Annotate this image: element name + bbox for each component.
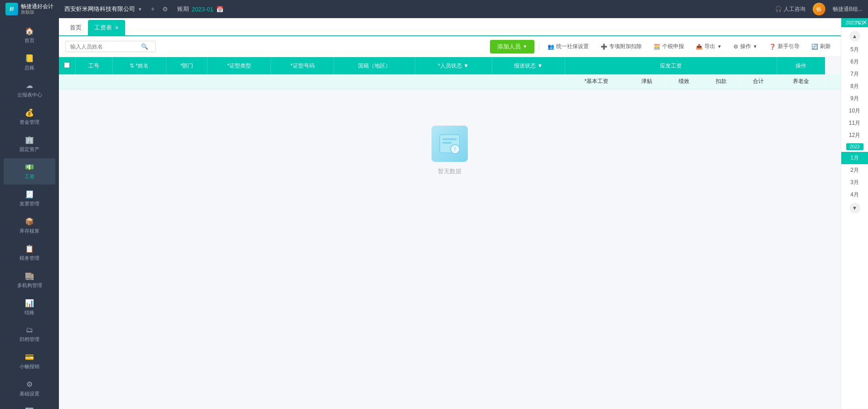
tab-home[interactable]: 首页 [63,20,88,35]
sidebar-item-ledger[interactable]: 📒 总账 [4,49,55,76]
sidebar-item-close[interactable]: 📊 结账 [4,294,55,321]
sidebar-item-assets[interactable]: 🏢 固定资产 [4,131,55,157]
col-name-header[interactable]: ⇅ *姓名 [112,57,166,74]
sidebar-item-fund[interactable]: 💰 资金管理 [4,104,55,130]
guide-button[interactable]: ❓ 新手引导 [766,41,803,52]
refresh-button[interactable]: 🔄 刷新 [808,41,834,52]
sidebar-icon-settings: ⚙ [26,380,33,389]
top-bar-right: 🎧 人工咨询 畅 畅捷通B组... [775,3,863,15]
scroll-down-button[interactable]: ▼ [849,203,860,214]
tax-report-button[interactable]: 🧮 个税申报 [650,41,688,52]
sidebar-item-multi[interactable]: 🏬 多机构管理 [4,267,55,293]
service-button[interactable]: 🎧 人工咨询 [775,5,805,13]
month-item-10[interactable]: 10月 [841,105,868,117]
right-panel-close-icon[interactable]: ✕ [862,19,867,26]
sidebar-icon-fund: 💰 [25,108,34,117]
toolbar-separator-1 [539,43,539,50]
sidebar-icon-cloud: ☁ [26,81,33,90]
sidebar-label-salary: 工资 [24,173,34,180]
month-item-7[interactable]: 7月 [841,68,868,80]
sidebar-item-invoice[interactable]: 🧾 发票管理 [4,185,55,212]
col-checkbox [59,57,75,74]
month-item-8[interactable]: 8月 [841,80,868,93]
sidebar-item-tax[interactable]: 📋 税务管理 [4,240,55,266]
year-badge-2023: 2023 [846,143,863,150]
calendar-icon: 📅 [216,6,223,13]
sidebar-label-inventory: 库存核算 [19,228,39,234]
sidebar-item-settings[interactable]: ⚙ 基础设置 [4,375,55,402]
right-panel: 2023.01 ✕ ⤡ ▲ 5月6月7月8月9月10月11月12月20231月2… [841,18,868,409]
col-id-header: 工号 [75,57,112,74]
search-container: 🔍 [65,41,156,52]
col-ops-header: 操作 [777,57,825,74]
month-item-1[interactable]: 1月 [841,152,868,164]
ops-icon: ⚙ [733,44,738,50]
toolbar: 🔍 添加人员 ▼ 👥 统一社保设置 ➕ 专项附加扣除 🧮 个税申报 [59,36,841,57]
add-person-button[interactable]: 添加人员 ▼ [490,40,534,54]
col-pension-header: 养老金 [777,74,825,89]
period-selector[interactable]: 账期 2023-01 📅 [177,5,223,13]
sidebar-item-guide[interactable]: 🆕 新手引导 [4,403,55,409]
svg-rect-2 [442,142,451,144]
month-item-12[interactable]: 12月 [841,129,868,141]
social-settings-button[interactable]: 👥 统一社保设置 [544,41,592,52]
ops-button[interactable]: ⚙ 操作 ▼ [730,41,761,52]
add-person-chevron-icon: ▼ [523,44,527,49]
scroll-up-button[interactable]: ▲ [849,31,860,42]
top-bar: 好 畅捷通好会计 旗舰版 西安虾米网络科技有限公司 ▼ ＋ ⚙ 账期 2023-… [0,0,868,18]
deduct-button[interactable]: ➕ 专项附加扣除 [597,41,645,52]
settings-icon[interactable]: ⚙ [162,5,168,13]
search-icon: 🔍 [141,43,148,50]
month-item-5[interactable]: 5月 [841,44,868,56]
sidebar-label-ledger: 总账 [24,64,34,71]
search-input[interactable] [70,44,138,50]
month-item-3[interactable]: 3月 [841,176,868,189]
month-item-9[interactable]: 9月 [841,93,868,105]
no-data-row: ? 暂无数据 [59,89,841,212]
sidebar-icon-ledger: 📒 [25,54,34,63]
tab-salary[interactable]: 工资表 ✕ [88,20,125,35]
sidebar-label-tax: 税务管理 [19,255,39,262]
sidebar-item-salary[interactable]: 💵 工资 [4,158,55,185]
sidebar-item-archive[interactable]: 🗂 归档管理 [4,321,55,347]
month-item-11[interactable]: 11月 [841,117,868,129]
sidebar-label-multi: 多机构管理 [17,282,42,289]
export-chevron-icon: ▼ [717,44,722,49]
export-icon: 📤 [696,44,703,50]
tab-salary-label: 工资表 [94,24,112,32]
tab-salary-close-icon[interactable]: ✕ [115,25,119,31]
social-icon: 👥 [548,44,554,50]
sidebar-icon-assets: 🏢 [25,136,34,144]
deduct-icon: ➕ [601,44,607,50]
month-item-2[interactable]: 2月 [841,164,868,176]
export-button[interactable]: 📤 导出 ▼ [692,41,725,52]
sidebar-item-expense[interactable]: 💳 小畅报销 [4,348,55,375]
salary-table: 工号 ⇅ *姓名 *部门 *证型类型 *证型号码 国籍（地区） *人员状态 ▼ … [59,57,841,212]
month-item-4[interactable]: 4月 [841,189,868,201]
month-item-6[interactable]: 6月 [841,56,868,68]
sidebar-item-cloud[interactable]: ☁ 云报表中心 [4,77,55,103]
add-icon[interactable]: ＋ [150,5,156,13]
app-logo: 好 畅捷通好会计 旗舰版 [5,3,64,15]
no-data-icon: ? [432,126,468,162]
right-panel-expand-icon[interactable]: ⤡ [856,19,861,26]
refresh-icon: 🔄 [811,44,818,50]
col-report-header[interactable]: 报送状态 ▼ [492,57,565,74]
sidebar-item-home[interactable]: 🏠 首页 [4,22,55,49]
sidebar-icon-guide: 🆕 [25,407,34,409]
col-deduct-header: 扣款 [703,74,740,89]
col-cert-type-header: *证型类型 [208,57,271,74]
tab-home-label: 首页 [70,24,82,32]
headset-icon: 🎧 [775,6,782,12]
select-all-checkbox[interactable] [64,62,70,68]
sidebar-item-inventory[interactable]: 📦 库存核算 [4,213,55,239]
col-performance-header: 绩效 [665,74,703,89]
sidebar-icon-invoice: 🧾 [25,190,34,199]
user-avatar[interactable]: 畅 [813,3,825,15]
no-data-cell: ? 暂无数据 [59,89,841,212]
company-selector[interactable]: 西安虾米网络科技有限公司 ▼ [64,5,142,13]
company-chevron-icon: ▼ [138,7,142,12]
app-name: 畅捷通好会计 [21,3,53,10]
col-status-header[interactable]: *人员状态 ▼ [415,57,492,74]
sidebar-icon-archive: 🗂 [26,326,33,334]
